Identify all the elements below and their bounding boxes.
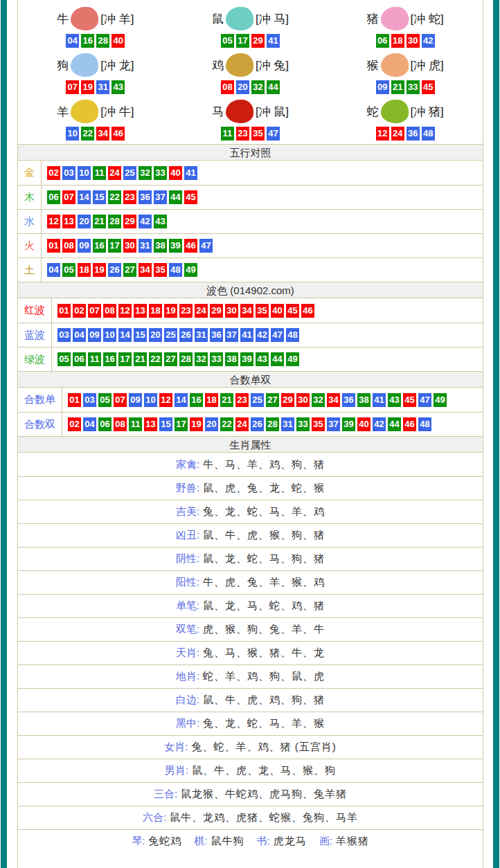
goat-mascot-icon [71,100,98,123]
number-ball: 15 [93,190,106,204]
number-ball: 04 [47,263,60,277]
page-frame: 牛[冲 羊]04162840鼠[冲 马]05172941猪[冲 蛇]061830… [1,0,499,868]
number-ball: 44 [169,190,182,204]
number-ball: 06 [47,190,60,204]
number-ball: 29 [251,34,265,48]
attr-row-yin: 阴性:鼠、龙、蛇、马、狗、猪 [18,547,483,570]
number-ball: 18 [78,263,91,277]
number-ball: 22 [108,190,121,204]
zodiac-name-line: 蛇[冲 猪] [328,97,483,126]
attr-row-double-stroke: 双笔:虎、猴、狗、兔、羊、牛 [18,617,483,641]
wuxing-row-wood: 木06071415222336374445 [18,185,483,209]
number-ball: 17 [175,417,188,431]
number-ball: 47 [267,127,280,141]
attr-label: 女肖: [164,741,188,754]
number-ball: 05 [57,352,71,366]
number-ball: 18 [205,393,218,407]
number-ball: 25 [123,166,136,180]
number-ball: 08 [62,239,75,253]
number-ball: 26 [179,328,193,342]
number-ball: 38 [225,352,238,366]
number-row: 0204060811131517192022242628313335373940… [62,413,431,436]
section-header-shengxiao: 生肖属性 [18,436,483,453]
row-label: 木 [18,186,42,209]
number-ball: 43 [388,393,401,407]
attr-value: 兔蛇鸡 [148,835,181,848]
row-label: 金 [18,161,42,185]
number-ball: 03 [83,393,96,407]
number-ball: 46 [111,127,125,141]
number-ball: 13 [62,215,75,228]
number-ball: 15 [134,328,147,342]
number-ball: 31 [139,239,152,253]
attr-row-male: 男肖:鼠、牛、虎、龙、马、猴、狗 [18,759,483,782]
row-label: 红波 [18,298,52,323]
number-ball: 14 [118,328,132,342]
attr-value: 鼠牛、龙鸡、虎猪、蛇猴、兔狗、马羊 [170,811,358,824]
number-ball: 16 [81,34,94,48]
number-ball: 07 [88,304,101,318]
attr-value: 鼠、龙、马、蛇、鸡、猪 [203,599,325,613]
zodiac-cell-rat: 鼠[冲 马]05172941 [173,4,328,51]
number-row: 03040910141520252631363741424748 [52,323,299,347]
number-ball: 45 [403,393,416,407]
zodiac-name-line: 牛[冲 羊] [18,4,173,33]
attr-label: 书: [257,835,270,848]
number-ball: 45 [184,190,197,204]
number-ball: 24 [235,417,249,431]
number-ball: 06 [98,417,111,431]
number-ball: 21 [220,393,233,407]
number-ball: 19 [190,417,203,431]
zodiac-grid: 牛[冲 羊]04162840鼠[冲 马]05172941猪[冲 蛇]061830… [18,0,483,144]
number-ball: 43 [256,352,269,366]
number-ball: 27 [164,352,177,366]
zodiac-number-row: 12243648 [328,127,483,141]
number-row: 02031011242532334041 [42,161,197,185]
wuxing-row-fire: 火0108091617303138394647 [18,233,483,257]
attr-value: 兔、蛇、羊、鸡、猪 (五宫肖) [192,741,337,754]
attr-label: 黑中: [176,717,199,730]
attr-label: 地肖: [176,670,199,683]
number-ball: 16 [93,239,106,253]
number-ball: 28 [266,417,279,431]
number-ball: 42 [422,34,435,48]
attr-pair: 天肖:兔、马、猴、猪、牛、龙 [176,647,325,660]
number-ball: 41 [373,393,386,407]
number-ball: 31 [195,328,208,342]
zodiac-cell-rooster: 鸡[冲 兔]08203244 [173,51,328,97]
number-ball: 26 [251,417,264,431]
number-ball: 25 [164,328,177,342]
number-ball: 42 [256,328,269,342]
number-ball: 44 [388,417,401,431]
number-ball: 04 [83,417,96,431]
number-ball: 05 [221,34,234,48]
number-ball: 06 [73,352,86,366]
attr-pair: 画:羊猴猪 [319,835,369,848]
number-ball: 49 [184,263,197,277]
zodiac-cell-ox: 牛[冲 羊]04162840 [18,4,173,51]
number-ball: 15 [159,417,172,431]
number-ball: 02 [68,417,81,431]
number-ball: 38 [154,239,167,253]
attr-label: 阳性: [176,576,199,589]
number-ball: 17 [108,239,121,253]
zodiac-clash-label: [冲 猪] [411,104,444,120]
number-ball: 27 [123,263,136,277]
bose-rows: 红波0102070812131819232429303435404546蓝波03… [18,298,483,371]
number-row: 06071415222336374445 [42,186,197,209]
attr-row-black-center: 黑中:兔、龙、蛇、马、羊、猴 [18,712,483,735]
attr-row-domestic: 家禽:牛、马、羊、鸡、狗、猪 [18,453,483,476]
number-ball: 27 [266,393,279,407]
attr-value: 虎、猴、狗、兔、羊、牛 [203,623,325,636]
attr-pair: 白边:鼠、牛、虎、鸡、狗、猪 [176,694,325,707]
zodiac-name-line: 马[冲 鼠] [173,97,328,126]
number-ball: 33 [210,352,223,366]
number-ball: 01 [57,304,71,318]
zodiac-clash-label: [冲 兔] [256,57,289,73]
number-ball: 28 [108,215,121,228]
number-ball: 40 [111,34,125,48]
number-ball: 06 [376,34,389,48]
heshu-row-sum-odd: 合数单0103050709101214161821232527293032343… [18,388,483,412]
number-ball: 19 [81,80,94,94]
zodiac-cell-pig: 猪[冲 蛇]06183042 [328,4,483,51]
